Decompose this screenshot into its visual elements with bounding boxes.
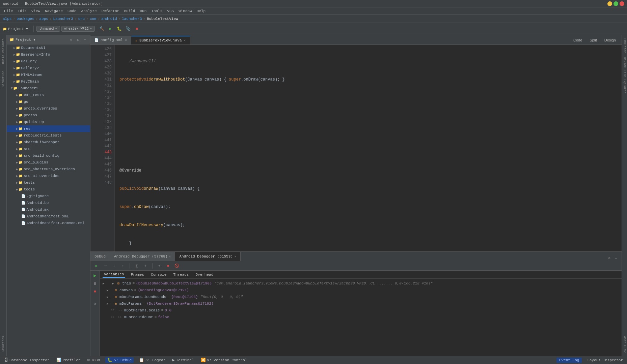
nav-android[interactable]: android [101,17,117,21]
step-out-btn[interactable]: ↑ [119,263,126,269]
menu-item-vcs[interactable]: VCS [165,8,176,14]
subtab-console[interactable]: Console [149,272,168,277]
tree-src-build[interactable]: ▶ 📁 src_build_config [7,152,90,159]
stop-btn[interactable]: ■ [133,25,141,33]
debug-btn[interactable]: 🐛 [115,25,123,33]
make-btn[interactable]: 🔨 [98,25,106,33]
debug-restart-btn[interactable]: ↺ [92,300,99,307]
subtab-threads[interactable]: Threads [172,272,190,277]
logcat-btn[interactable]: 📋 6: Logcat [138,358,167,363]
menu-item-window[interactable]: Window [176,8,194,14]
device-file-explorer-label[interactable]: Device File Explorer [622,55,627,95]
tree-go[interactable]: ▶ 📁 go [7,98,90,105]
emulator-label[interactable]: Emulator [622,36,627,55]
nav-src[interactable]: src [78,17,85,21]
var-this[interactable]: ▶ ▶ ⊞ this = {DoubleShadowBubbleTextView… [100,280,622,287]
menu-item-code[interactable]: Code [65,8,78,14]
debug-tab-debug[interactable]: Debug [90,252,110,261]
tree-tools[interactable]: ▶ 📁 tools [7,186,90,193]
tree-proto-overrides[interactable]: ▶ 📁 proto_overrides [7,105,90,112]
nav-packages[interactable]: packages [17,17,34,21]
subtab-overhead[interactable]: Overhead [194,272,215,277]
nav-alps[interactable]: alps [3,17,11,21]
profiler-btn[interactable]: 📊 Profiler [55,358,82,363]
maximize-btn[interactable] [614,1,618,6]
config-tab-close[interactable]: ✕ [125,38,127,42]
tree-protos[interactable]: ▶ 📁 protos [7,112,90,119]
var-mdotparams[interactable]: ▶ ⊞ mDotParams = {DotRenderer$DrawParams… [100,300,622,307]
project-sort-btn[interactable]: ⇅ [75,37,81,42]
tree-manifest-common[interactable]: ▶ 📄 AndroidManifest-common.xml [7,220,90,226]
nav-bubble[interactable]: BubbleTextView [147,17,178,21]
tree-src-plugins[interactable]: ▶ 📁 src_plugins [7,159,90,166]
evaluate-btn[interactable]: ∑ [133,263,140,269]
event-log-btn[interactable]: Event Log [556,358,582,363]
attach-btn[interactable]: 📎 [124,25,132,33]
tree-res[interactable]: ▶ 📁 res [7,125,90,132]
debug-pause-btn[interactable]: ⏸ [92,280,99,287]
nav-launcher3[interactable]: Launcher3 [53,17,73,21]
menu-item-file[interactable]: File [2,8,15,14]
project-settings-btn[interactable]: ⚙ [69,37,74,42]
structure-label[interactable]: Structure [1,69,6,89]
tree-gallery2[interactable]: ▶ 📁 Gallery2 [7,65,90,71]
tree-android-mk[interactable]: ▶ 📄 Android.mk [7,206,90,213]
vcs-btn[interactable]: 🔀 9: Version Control [199,358,249,363]
debug-57768-close[interactable]: ✕ [169,254,171,259]
tree-src-ui[interactable]: ▶ 📁 src_ui_overrides [7,173,90,179]
debug-run-btn[interactable]: ▶ [92,272,99,279]
tree-manifest[interactable]: ▶ 📄 AndroidManifest.xml [7,213,90,220]
project-collapse-btn[interactable]: — [82,37,87,42]
resume-btn[interactable]: ▶ [93,263,100,269]
var-mforcehidedot[interactable]: ○○ ○○ mForceHideDot = false [100,314,622,321]
tree-documentsui[interactable]: ▶ 📁 DocumentsUI [7,44,90,51]
code-editor[interactable]: 426 427 428 429 430 431 432 433 434 435 … [90,45,622,251]
subtab-frames[interactable]: Frames [129,272,145,277]
tree-src[interactable]: ▶ 📁 src [7,146,90,152]
design-view-btn[interactable]: Design [601,37,619,43]
menu-item-refactor[interactable]: Refactor [100,8,121,14]
nav-com[interactable]: com [90,17,97,21]
tree-src-shortcuts[interactable]: ▶ 📁 src_shortcuts_overrides [7,166,90,173]
terminal-btn[interactable]: ▶ Terminal [171,358,195,363]
tree-sharedlib[interactable]: ▶ 📁 SharedLibWrapper [7,139,90,146]
bubble-tab-close[interactable]: ✕ [184,38,186,42]
code-view-btn[interactable]: Code [570,37,585,43]
add-watch-btn[interactable]: + [142,263,149,269]
tree-htmlviewer[interactable]: ▶ 📁 HTMLViewer [7,71,90,78]
menu-item-tools[interactable]: Tools [149,8,164,14]
menu-item-build[interactable]: Build [122,8,137,14]
tree-robolectric[interactable]: ▶ 📁 robolectric_tests [7,132,90,139]
debug-settings-btn[interactable]: ⚙ [607,255,612,261]
menu-item-view[interactable]: View [29,8,42,14]
run-config[interactable]: Unnamed ▼ [36,26,60,32]
tree-emergencyinfo[interactable]: ▶ 📁 EmergencyInfo [7,51,90,58]
tree-keychain[interactable]: ▶ 📁 KeyChain [7,78,90,85]
debug-btn-bottom[interactable]: 🐛 5: Debug [105,357,134,363]
menu-item-edit[interactable]: Edit [16,8,28,14]
stop-debug-btn[interactable]: ■ [165,263,171,269]
todo-btn[interactable]: ☑ TODO [86,358,102,363]
debug-collapse-btn[interactable]: — [614,255,619,261]
tree-ext-tests[interactable]: ▶ 📁 ext_tests [7,92,90,98]
minimize-btn[interactable] [607,1,612,6]
var-mdotparams-scale[interactable]: ○○ ○○ mDotParams.scale = 0.0 [100,307,622,314]
debug-stop-btn2[interactable]: ■ [92,288,99,295]
mute-bp-btn[interactable]: 🚫 [173,263,180,269]
tree-quickstep[interactable]: ▶ 📁 quickstep [7,119,90,125]
device-selector[interactable]: wheatek WP12 ▼ [61,26,95,32]
layout-inspector-btn[interactable]: Layout Inspector [586,358,624,362]
tab-bubble-textview[interactable]: ☕ BubbleTextView.java ✕ [131,36,190,44]
favorites-label[interactable]: Favorites [1,334,6,355]
nav-apps[interactable]: apps [39,17,48,21]
debug-tab-61553[interactable]: Android Debugger (61553) ✕ [175,252,240,261]
var-canvas[interactable]: ▶ ⊞ canvas = {RecordingCanvas@17191} [100,287,622,294]
tree-launcher3[interactable]: ▼ 📁 Launcher3 [7,85,90,92]
split-view-btn[interactable]: Split [587,37,600,43]
build-variants-label[interactable]: Build Variants [1,36,6,66]
code-content[interactable]: /wrongcall/ protected void drawWithoutDo… [115,45,622,251]
tree-gallery[interactable]: ▶ 📁 Gallery [7,58,90,65]
debug-61553-close[interactable]: ✕ [234,254,236,259]
tree-tests[interactable]: ▶ 📁 tests [7,179,90,186]
close-btn[interactable] [620,1,624,6]
